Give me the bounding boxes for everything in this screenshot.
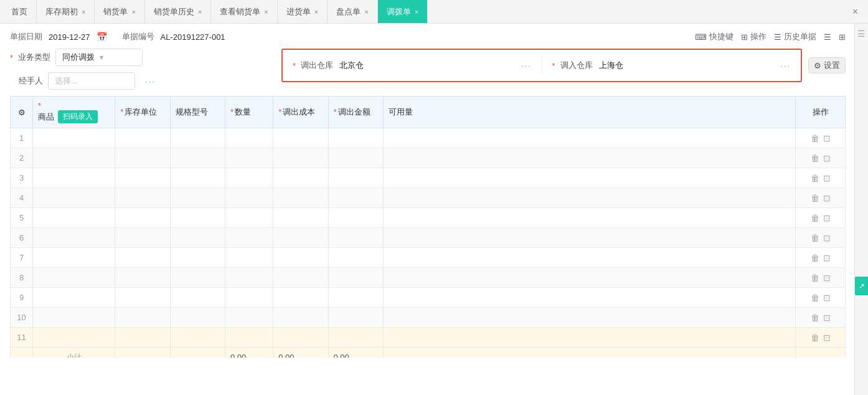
cell-product[interactable] — [33, 188, 115, 208]
cell-cost[interactable] — [273, 148, 328, 168]
cell-spec[interactable] — [170, 208, 225, 228]
cell-qty[interactable] — [225, 168, 273, 188]
cell-cost[interactable] — [273, 268, 328, 288]
cell-unit[interactable] — [115, 308, 170, 328]
th-gear[interactable]: ⚙ — [11, 97, 33, 128]
copy-icon[interactable]: ⊡ — [823, 253, 831, 263]
cell-cost[interactable] — [273, 128, 328, 148]
copy-icon[interactable]: ⊡ — [823, 273, 831, 283]
cell-spec[interactable] — [170, 148, 225, 168]
cell-cost[interactable] — [273, 248, 328, 268]
delete-icon[interactable]: 🗑 — [811, 253, 819, 263]
cell-unit[interactable] — [115, 228, 170, 248]
transfer-out-more-button[interactable]: ··· — [521, 61, 532, 70]
cell-qty[interactable] — [225, 308, 273, 328]
cell-unit[interactable] — [115, 248, 170, 268]
tab-purchase-order-close[interactable]: × — [314, 8, 318, 16]
cell-cost[interactable] — [273, 188, 328, 208]
copy-icon[interactable]: ⊡ — [823, 133, 831, 143]
cell-product[interactable] — [33, 268, 115, 288]
cell-cost-11[interactable] — [273, 328, 328, 348]
tab-transfer[interactable]: 调拨单 × — [378, 0, 428, 23]
cell-available[interactable] — [383, 188, 795, 208]
cell-qty[interactable] — [225, 128, 273, 148]
cell-amount[interactable] — [328, 208, 383, 228]
cell-cost[interactable] — [273, 228, 328, 248]
copy-icon[interactable]: ⊡ — [823, 293, 831, 303]
delete-icon[interactable]: 🗑 — [811, 173, 819, 183]
cell-product[interactable] — [33, 148, 115, 168]
tab-inventory-init-close[interactable]: × — [82, 8, 85, 16]
export-button[interactable]: ↗ — [855, 277, 868, 295]
cell-qty[interactable] — [225, 188, 273, 208]
settings-button[interactable]: ⚙ 设置 — [808, 57, 846, 74]
delete-icon[interactable]: 🗑 — [811, 313, 819, 323]
cell-spec[interactable] — [170, 128, 225, 148]
cell-amount[interactable] — [328, 128, 383, 148]
sidebar-note-icon[interactable]: ☰ — [857, 29, 866, 39]
cell-spec[interactable] — [170, 268, 225, 288]
cell-cost[interactable] — [273, 168, 328, 188]
grid-view-button[interactable]: ⊞ — [839, 32, 846, 42]
cell-product[interactable] — [33, 288, 115, 308]
cell-available[interactable] — [383, 268, 795, 288]
cell-available-11[interactable] — [383, 328, 795, 348]
delete-icon[interactable]: 🗑 — [811, 273, 819, 283]
cell-available[interactable] — [383, 228, 795, 248]
cell-product[interactable] — [33, 228, 115, 248]
delete-icon[interactable]: 🗑 — [811, 213, 819, 223]
cell-product[interactable] — [33, 248, 115, 268]
delete-icon[interactable]: 🗑 — [811, 233, 819, 243]
shortcut-button[interactable]: ⌨ 快捷键 — [695, 31, 734, 42]
tab-stocktake[interactable]: 盘点单 × — [328, 0, 377, 23]
cell-product[interactable] — [33, 308, 115, 328]
transfer-in-more-button[interactable]: ··· — [780, 61, 791, 70]
cell-qty[interactable] — [225, 288, 273, 308]
cell-available[interactable] — [383, 308, 795, 328]
cell-unit[interactable] — [115, 188, 170, 208]
tab-home[interactable]: 首页 — [2, 0, 37, 23]
cell-amount[interactable] — [328, 248, 383, 268]
cell-amount[interactable] — [328, 268, 383, 288]
cell-unit[interactable] — [115, 148, 170, 168]
cell-unit[interactable] — [115, 288, 170, 308]
tab-stocktake-close[interactable]: × — [364, 8, 368, 16]
tab-view-sales[interactable]: 查看销货单 × — [211, 0, 277, 23]
cell-amount[interactable] — [328, 188, 383, 208]
cell-available[interactable] — [383, 208, 795, 228]
tab-inventory-init[interactable]: 库存期初 × — [37, 0, 95, 23]
cell-cost[interactable] — [273, 308, 328, 328]
cell-product[interactable] — [33, 208, 115, 228]
cell-available[interactable] — [383, 128, 795, 148]
cell-spec[interactable] — [170, 168, 225, 188]
copy-icon[interactable]: ⊡ — [823, 153, 831, 163]
delete-icon[interactable]: 🗑 — [811, 293, 819, 303]
cell-product[interactable] — [33, 128, 115, 148]
cell-cost[interactable] — [273, 208, 328, 228]
cell-qty[interactable] — [225, 268, 273, 288]
cell-amount[interactable] — [328, 168, 383, 188]
tab-sales-history-close[interactable]: × — [198, 8, 202, 16]
delete-icon[interactable]: 🗑 — [811, 333, 819, 343]
cell-unit-11[interactable] — [115, 328, 170, 348]
cell-qty-11[interactable] — [225, 328, 273, 348]
operation-button[interactable]: ⊞ 操作 — [741, 31, 767, 42]
tab-purchase-order[interactable]: 进货单 × — [278, 0, 328, 23]
handler-dropdown[interactable]: 选择... — [48, 72, 135, 90]
delete-icon[interactable]: 🗑 — [811, 153, 819, 163]
cell-amount[interactable] — [328, 288, 383, 308]
cell-qty[interactable] — [225, 208, 273, 228]
cell-spec[interactable] — [170, 248, 225, 268]
cell-spec[interactable] — [170, 288, 225, 308]
tab-sales-history[interactable]: 销货单历史 × — [145, 0, 211, 23]
calendar-icon[interactable]: 📅 — [97, 32, 107, 42]
handler-more-button[interactable]: ··· — [145, 77, 156, 86]
cell-amount[interactable] — [328, 308, 383, 328]
cell-amount-11[interactable] — [328, 328, 383, 348]
delete-icon[interactable]: 🗑 — [811, 133, 819, 143]
cell-unit[interactable] — [115, 168, 170, 188]
cell-spec-11[interactable] — [170, 328, 225, 348]
cell-available[interactable] — [383, 288, 795, 308]
copy-icon[interactable]: ⊡ — [823, 333, 831, 343]
list-view-button[interactable]: ☰ — [824, 32, 831, 42]
